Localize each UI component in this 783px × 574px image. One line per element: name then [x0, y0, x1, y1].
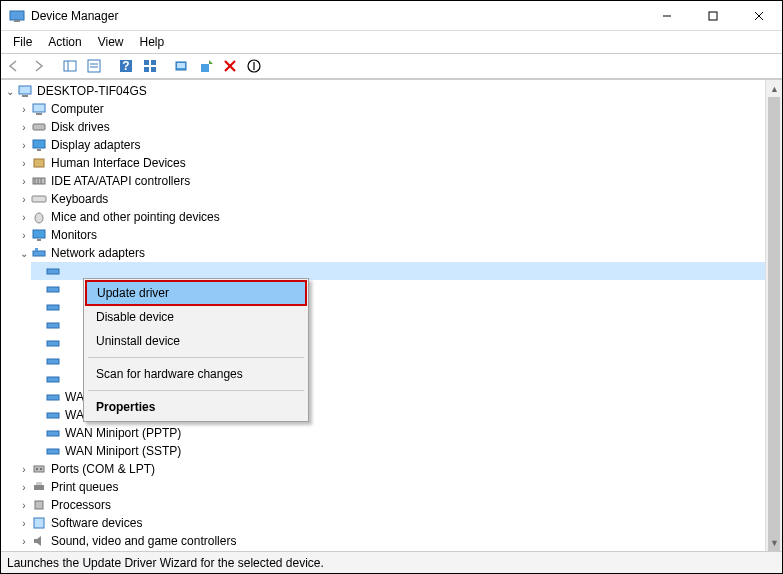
help-icon[interactable]: ? [115, 55, 137, 77]
svg-rect-15 [144, 67, 149, 72]
tree-root[interactable]: ⌄ DESKTOP-TIF04GS [3, 82, 778, 100]
tree-device[interactable]: WAN Miniport (PPTP) [31, 424, 778, 442]
tree-category[interactable]: ›Print queues [17, 478, 778, 496]
svg-rect-24 [22, 95, 28, 97]
statusbar: Launches the Update Driver Wizard for th… [1, 551, 782, 573]
sound-icon [31, 533, 47, 549]
chevron-right-icon[interactable]: › [17, 140, 31, 151]
svg-rect-48 [47, 395, 59, 400]
ctx-scan-hardware[interactable]: Scan for hardware changes [86, 362, 306, 386]
update-driver-icon[interactable] [195, 55, 217, 77]
svg-rect-39 [33, 251, 45, 256]
network-adapter-icon [45, 407, 61, 423]
chevron-right-icon[interactable]: › [17, 482, 31, 493]
menu-file[interactable]: File [5, 33, 40, 51]
uninstall-icon[interactable] [219, 55, 241, 77]
svg-rect-14 [151, 60, 156, 65]
action-icon[interactable] [139, 55, 161, 77]
mouse-icon [31, 209, 47, 225]
svg-rect-56 [36, 482, 42, 485]
chevron-right-icon[interactable]: › [17, 158, 31, 169]
svg-rect-50 [47, 431, 59, 436]
software-icon [31, 515, 47, 531]
tree-category[interactable]: ›Disk drives [17, 118, 778, 136]
ctx-disable-device[interactable]: Disable device [86, 305, 306, 329]
vertical-scrollbar[interactable]: ▲ ▼ [765, 80, 782, 551]
svg-rect-57 [35, 501, 43, 509]
scroll-thumb[interactable] [768, 97, 780, 551]
close-button[interactable] [736, 1, 782, 31]
device-label [65, 372, 68, 386]
tree-category[interactable]: ›Monitors [17, 226, 778, 244]
scroll-down-icon[interactable]: ▼ [766, 534, 782, 551]
chevron-right-icon[interactable]: › [17, 176, 31, 187]
scan-hardware-icon[interactable] [171, 55, 193, 77]
window-title: Device Manager [31, 9, 644, 23]
chevron-right-icon[interactable]: › [17, 212, 31, 223]
menu-action[interactable]: Action [40, 33, 89, 51]
network-adapter-icon [45, 299, 61, 315]
svg-rect-19 [201, 64, 209, 72]
tree-category[interactable]: ›Computer [17, 100, 778, 118]
chevron-right-icon[interactable]: › [17, 518, 31, 529]
chevron-down-icon[interactable]: ⌄ [3, 86, 17, 97]
menubar: File Action View Help [1, 31, 782, 53]
tree-category[interactable]: ›Processors [17, 496, 778, 514]
disable-icon[interactable] [243, 55, 265, 77]
category-label: Network adapters [51, 246, 145, 260]
category-label: Computer [51, 102, 104, 116]
network-adapter-icon [45, 281, 61, 297]
network-adapter-icon [45, 425, 61, 441]
chevron-right-icon[interactable]: › [17, 122, 31, 133]
menu-view[interactable]: View [90, 33, 132, 51]
svg-rect-3 [709, 12, 717, 20]
svg-rect-52 [34, 466, 44, 472]
ctx-properties[interactable]: Properties [86, 395, 306, 419]
tree-root-label: DESKTOP-TIF04GS [37, 84, 147, 98]
tree-category[interactable]: ›Sound, video and game controllers [17, 532, 778, 550]
category-label: Sound, video and game controllers [51, 534, 236, 548]
svg-rect-29 [37, 149, 41, 151]
chevron-right-icon[interactable]: › [17, 536, 31, 547]
svg-point-54 [40, 468, 42, 470]
tree-category[interactable]: ›Human Interface Devices [17, 154, 778, 172]
properties-icon[interactable] [83, 55, 105, 77]
svg-rect-51 [47, 449, 59, 454]
tree-category[interactable]: ›IDE ATA/ATAPI controllers [17, 172, 778, 190]
svg-rect-26 [36, 113, 42, 115]
svg-rect-42 [47, 287, 59, 292]
category-label: Keyboards [51, 192, 108, 206]
menu-help[interactable]: Help [132, 33, 173, 51]
chevron-right-icon[interactable]: › [17, 464, 31, 475]
forward-icon[interactable] [27, 55, 49, 77]
ctx-update-driver[interactable]: Update driver [85, 280, 307, 306]
device-label: WAN Miniport (SSTP) [65, 444, 181, 458]
chevron-right-icon[interactable]: › [17, 104, 31, 115]
show-hide-console-icon[interactable] [59, 55, 81, 77]
maximize-button[interactable] [690, 1, 736, 31]
tree-category[interactable]: ›Software devices [17, 514, 778, 532]
ide-icon [31, 173, 47, 189]
chevron-right-icon[interactable]: › [17, 230, 31, 241]
display-icon [31, 137, 47, 153]
svg-rect-45 [47, 341, 59, 346]
scroll-up-icon[interactable]: ▲ [766, 80, 782, 97]
chevron-down-icon[interactable]: ⌄ [17, 248, 31, 259]
tree-category[interactable]: ›Keyboards [17, 190, 778, 208]
tree-category-network[interactable]: ⌄Network adapters [17, 244, 778, 262]
network-adapter-icon [45, 353, 61, 369]
tree-category[interactable]: ›Mice and other pointing devices [17, 208, 778, 226]
back-icon[interactable] [3, 55, 25, 77]
chevron-right-icon[interactable]: › [17, 500, 31, 511]
ctx-uninstall-device[interactable]: Uninstall device [86, 329, 306, 353]
svg-rect-18 [177, 63, 185, 68]
svg-rect-23 [19, 86, 31, 94]
device-tree[interactable]: ⌄ DESKTOP-TIF04GS ›Computer ›Disk drives… [1, 79, 782, 551]
tree-category[interactable]: ›Ports (COM & LPT) [17, 460, 778, 478]
device-label [65, 336, 68, 350]
tree-device[interactable]: WAN Miniport (SSTP) [31, 442, 778, 460]
minimize-button[interactable] [644, 1, 690, 31]
tree-category[interactable]: ›Display adapters [17, 136, 778, 154]
chevron-right-icon[interactable]: › [17, 194, 31, 205]
svg-rect-58 [34, 518, 44, 528]
